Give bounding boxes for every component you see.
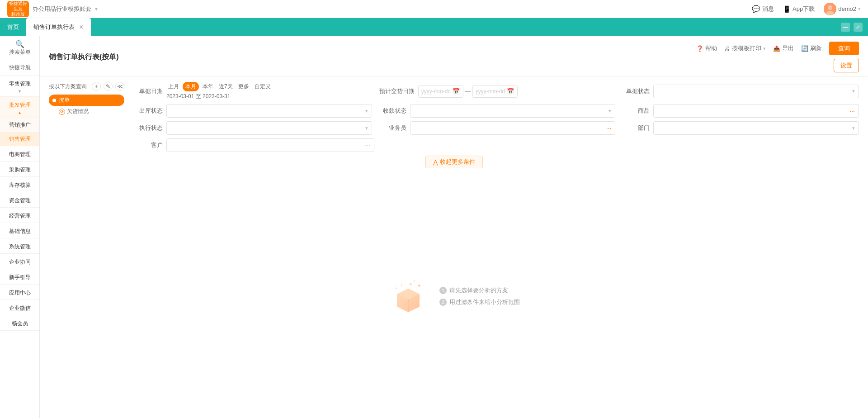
filter-exec-status-label: 执行状态: [136, 124, 163, 132]
sidebar-item-finance[interactable]: 资金管理: [0, 192, 39, 208]
settings-btn[interactable]: 设置: [834, 59, 859, 72]
date-tab-7days[interactable]: 近7天: [217, 82, 235, 91]
svg-text:•: •: [420, 296, 422, 299]
empty-tip-1: 1 请先选择要分析的方案: [439, 286, 520, 294]
filter-order-status-label: 单据状态: [623, 87, 650, 95]
sidebar-quick-nav[interactable]: 快捷导航: [0, 60, 39, 76]
sidebar-item-procurement[interactable]: 采购管理: [0, 162, 39, 177]
message-label: 消息: [762, 5, 774, 13]
sidebar-item-wholesale[interactable]: 批发管理 ▴: [0, 97, 39, 118]
date-range-display: 2023-03-01 至 2023-03-31: [166, 93, 372, 100]
filter-collect-status-field: 收款状态 ▾: [379, 104, 616, 118]
sidebar-item-operations[interactable]: 经营管理: [0, 208, 39, 223]
tip-2-text: 用过滤条件来缩小分析范围: [449, 298, 520, 306]
username-label: demo2: [838, 5, 856, 12]
goods-input[interactable]: ···: [653, 104, 859, 118]
date-tab-last-month[interactable]: 上月: [166, 82, 181, 91]
sidebar-sub-marketing-label: 营销推广: [9, 122, 31, 128]
sidebar-search[interactable]: 🔍 搜索菜单: [0, 36, 39, 60]
page-header: 销售订单执行表(按单) ❓ 帮助 🖨 按模板打印 ▾: [40, 36, 868, 76]
sidebar: 🔍 搜索菜单 快捷导航 零售管理 ▾ 批发管理 ▴ 营销推广 销售管理 电商管理…: [0, 36, 40, 418]
tab-close-icon[interactable]: ✕: [79, 24, 84, 30]
dropdown-icon[interactable]: ▾: [95, 6, 98, 12]
user-profile-btn[interactable]: demo2 ▾: [824, 3, 861, 15]
sidebar-item-appstore[interactable]: 应用中心: [0, 285, 39, 300]
message-btn[interactable]: 💬 消息: [752, 5, 774, 13]
content-area: 销售订单执行表(按单) ❓ 帮助 🖨 按模板打印 ▾: [40, 36, 868, 418]
refresh-btn[interactable]: 🔄 刷新: [801, 44, 822, 52]
svg-text:↑: ↑: [413, 278, 415, 284]
print-btn[interactable]: 🖨 按模板打印 ▾: [724, 44, 766, 52]
sidebar-item-inventory[interactable]: 库存核算: [0, 177, 39, 192]
date-tabs-row: 上月 本月 本年 近7天 更多 自定义: [166, 82, 372, 91]
logo: 畅捷通好生意标准版: [7, 1, 29, 17]
svg-point-9: [409, 283, 412, 285]
sidebar-item-retail[interactable]: 零售管理 ▾: [0, 76, 39, 97]
sidebar-item-wechat[interactable]: 企业微信: [0, 300, 39, 315]
filter-ship-status-field: 出库状态 ▾: [136, 104, 372, 118]
goods-more-btn[interactable]: ···: [849, 107, 855, 114]
collapse-btn[interactable]: ⋀ 收起更多条件: [425, 156, 483, 168]
page-title: 销售订单执行表(按单): [49, 52, 119, 62]
calendar-from-icon: 📅: [453, 88, 460, 95]
sidebar-system-label: 系统管理: [9, 243, 31, 251]
export-btn[interactable]: 📤 导出: [773, 44, 794, 52]
top-bar-left: 畅捷通好生意标准版 办公用品行业模拟账套 ▾: [7, 1, 98, 17]
tab-expand-btn[interactable]: ⤢: [854, 23, 863, 32]
sidebar-item-member[interactable]: 畅会员: [0, 315, 39, 331]
query-btn[interactable]: 查询: [829, 42, 859, 55]
date-tab-this-year[interactable]: 本年: [201, 82, 215, 91]
sidebar-item-enterprise[interactable]: 企业协同: [0, 254, 39, 269]
order-status-input[interactable]: ▾: [653, 85, 859, 98]
sidebar-sub-marketing[interactable]: 营销推广: [0, 118, 39, 132]
salesperson-input[interactable]: ···: [410, 121, 616, 135]
date-tab-this-month[interactable]: 本月: [183, 82, 199, 91]
sidebar-item-newuser[interactable]: 新手引导: [0, 269, 39, 285]
tab-home[interactable]: 首页: [0, 18, 26, 36]
filter-row-3: 执行状态 ▾ 业务员 ···: [136, 121, 859, 135]
sidebar-wholesale-arrow: ▴: [19, 110, 21, 115]
export-icon: 📤: [773, 45, 780, 52]
export-label: 导出: [782, 44, 794, 52]
customer-input[interactable]: ···: [166, 138, 374, 152]
expected-date-from-input[interactable]: yyyy-mm-dd 📅: [418, 85, 463, 98]
filter-expected-date-field: 预计交货日期 yyyy-mm-dd 📅 — yyyy-mm-dd 📅: [379, 82, 616, 100]
date-tab-custom[interactable]: 自定义: [253, 82, 273, 91]
filter-row-4: 客户 ···: [136, 138, 859, 152]
scheme-title: 按以下方案查询: [49, 83, 89, 90]
tab-bar-actions: — ⤢: [841, 23, 868, 32]
help-btn[interactable]: ❓ 帮助: [696, 44, 717, 52]
print-dropdown-icon: ▾: [763, 46, 766, 52]
tab-sales-order[interactable]: 销售订单执行表 ✕: [26, 18, 91, 36]
exec-status-input[interactable]: ▾: [166, 121, 372, 135]
scheme-by-order[interactable]: 按单: [49, 95, 124, 106]
expected-date-to-input[interactable]: yyyy-mm-dd 📅: [472, 85, 518, 98]
collect-status-input[interactable]: ▾: [410, 104, 616, 118]
ship-status-input[interactable]: ▾: [166, 104, 372, 118]
tab-sales-order-label: 销售订单执行表: [33, 23, 75, 31]
tab-minimize-btn[interactable]: —: [841, 23, 850, 32]
customer-more-btn[interactable]: ···: [365, 142, 370, 149]
department-input[interactable]: ▾: [653, 121, 859, 135]
scheme-edit-btn[interactable]: ✎: [104, 82, 113, 91]
scheme-collapse-btn[interactable]: ≪: [115, 82, 124, 91]
sidebar-basic-label: 基础信息: [9, 228, 31, 235]
filter-salesperson-label: 业务员: [379, 124, 406, 132]
scheme-owed-label: 欠货情况: [67, 108, 89, 115]
filter-ship-status-label: 出库状态: [136, 107, 163, 115]
filter-department-label: 部门: [623, 124, 650, 132]
scheme-add-btn[interactable]: +: [92, 82, 101, 91]
sidebar-item-ecommerce[interactable]: 电商管理: [0, 146, 39, 162]
sidebar-item-system[interactable]: 系统管理: [0, 238, 39, 254]
date-tab-more[interactable]: 更多: [236, 82, 251, 91]
app-download-btn[interactable]: 📱 App下载: [783, 5, 815, 13]
logo-text: 畅捷通好生意标准版: [7, 1, 29, 17]
sidebar-item-basic[interactable]: 基础信息: [0, 223, 39, 238]
page-actions: ❓ 帮助 🖨 按模板打印 ▾ 📤 导出 🔄: [696, 42, 859, 72]
scheme-owed[interactable]: ⟳ 欠货情况: [49, 106, 124, 117]
svg-text:✦: ✦: [417, 283, 421, 288]
main-layout: 🔍 搜索菜单 快捷导航 零售管理 ▾ 批发管理 ▴ 营销推广 销售管理 电商管理…: [0, 36, 868, 418]
salesperson-more-btn[interactable]: ···: [606, 124, 612, 132]
sidebar-sub-sales[interactable]: 销售管理: [0, 132, 39, 146]
sidebar-operations-label: 经营管理: [9, 212, 31, 220]
